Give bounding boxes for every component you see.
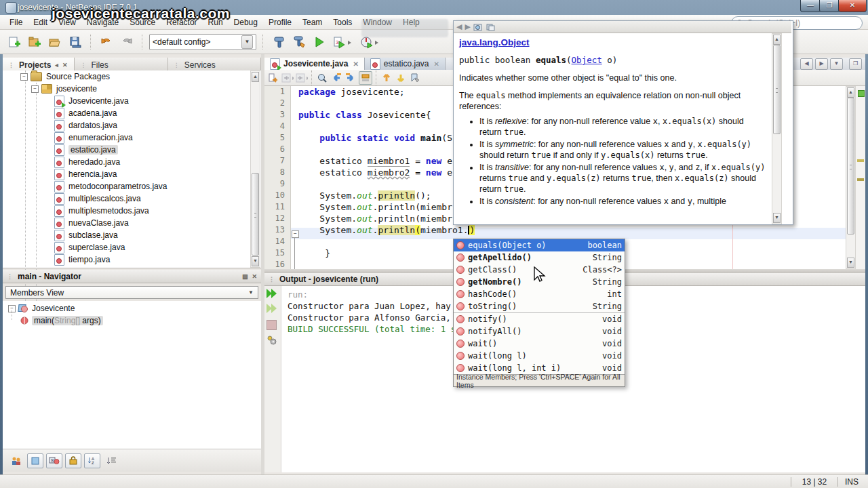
tree-row[interactable]: tiempo.java xyxy=(54,253,110,266)
float-window-icon[interactable]: ▤ xyxy=(242,273,248,280)
sort-by-source-icon[interactable] xyxy=(103,453,119,468)
close-tab-icon[interactable]: ✕ xyxy=(434,60,439,68)
javadoc-back-icon[interactable]: ◀ xyxy=(456,22,462,31)
warning-mark[interactable] xyxy=(857,178,864,181)
tab-files[interactable]: ⋮Files xyxy=(75,58,167,70)
collapse-icon[interactable]: − xyxy=(20,73,28,81)
navigator-header[interactable]: ⋮ main - Navigator ▤ ✕ xyxy=(3,270,261,283)
menu-debug[interactable]: Debug xyxy=(229,16,263,29)
ant-settings-icon[interactable] xyxy=(267,335,279,347)
tab-list-icon[interactable]: ▼ xyxy=(830,58,843,70)
scroll-down-icon[interactable]: ▼ xyxy=(773,213,781,223)
completion-item-wait-long-l[interactable]: wait(long l)void xyxy=(454,350,625,362)
show-in-browser-icon[interactable] xyxy=(473,23,483,31)
completion-item-notify[interactable]: notify()void xyxy=(454,312,625,325)
new-project-button[interactable] xyxy=(26,33,43,51)
tree-row[interactable]: heredado.java xyxy=(54,156,120,168)
completion-item-equals-object-o[interactable]: equals(Object o)boolean xyxy=(454,239,625,251)
completion-item-hashcode[interactable]: hashCode()int xyxy=(454,288,625,300)
close-panel-icon[interactable]: ✕ xyxy=(62,62,68,68)
tree-row[interactable]: estatico.java xyxy=(54,144,118,156)
projects-scrollbar[interactable]: ▲ ▼ xyxy=(250,70,260,268)
tab-services[interactable]: ⋮Services xyxy=(168,58,261,70)
next-occurrence-icon[interactable] xyxy=(344,72,357,84)
non-public-filter-icon[interactable] xyxy=(65,453,81,468)
error-stripe[interactable] xyxy=(856,86,865,269)
tab-projects[interactable]: ⋮Projects◂✕ xyxy=(3,58,75,70)
tree-row[interactable]: multiplesmetodos.java xyxy=(54,205,149,217)
sort-alpha-filter-icon[interactable]: AZ xyxy=(84,453,100,468)
close-tab-icon[interactable]: ✕ xyxy=(353,60,358,68)
tree-row[interactable]: superclase.java xyxy=(54,241,125,253)
completion-item-wait[interactable]: wait()void xyxy=(454,338,625,350)
back-icon[interactable] xyxy=(281,72,294,84)
editor-tab-estatico.java[interactable]: estatico.java✕ xyxy=(365,58,446,70)
tree-row[interactable]: enumeracion.java xyxy=(54,131,133,144)
scroll-up-icon[interactable]: ▲ xyxy=(847,87,854,98)
run-button[interactable] xyxy=(311,33,328,51)
close-panel-icon[interactable]: ✕ xyxy=(252,273,257,280)
maximize-editor-icon[interactable]: ❒ xyxy=(849,58,862,70)
warning-mark[interactable] xyxy=(857,159,864,162)
previous-occurrence-icon[interactable] xyxy=(330,72,342,84)
fields-filter-icon[interactable] xyxy=(27,453,43,468)
save-all-button[interactable] xyxy=(66,33,84,51)
new-file-button[interactable] xyxy=(5,33,23,51)
find-selection-icon[interactable] xyxy=(316,72,328,84)
minimize-panel-icon[interactable]: ◂ xyxy=(55,62,58,68)
javadoc-class-link[interactable]: java.lang.Object xyxy=(459,37,530,47)
scroll-down-icon[interactable]: ▼ xyxy=(847,258,854,268)
tree-row[interactable]: −josevicente xyxy=(31,83,97,95)
navigator-class-row[interactable]: − Josevicente xyxy=(8,302,75,314)
navigator-member-row[interactable]: main(String[] args) xyxy=(20,314,103,327)
collapse-icon[interactable]: − xyxy=(31,85,39,93)
completion-item-notifyall[interactable]: notifyAll()void xyxy=(454,325,625,338)
tree-row[interactable]: −Source Packages xyxy=(20,70,110,83)
javadoc-scrollbar-thumb[interactable] xyxy=(773,45,781,134)
undo-button[interactable] xyxy=(98,33,115,51)
menu-tools[interactable]: Tools xyxy=(328,16,357,29)
config-select[interactable]: <default config> ▼ xyxy=(149,34,256,50)
close-button[interactable]: ✕ xyxy=(838,0,867,12)
menu-profile[interactable]: Profile xyxy=(263,16,297,29)
navigator-view-select[interactable]: Members View ▼ xyxy=(5,286,258,299)
last-edit-location-icon[interactable] xyxy=(267,72,279,84)
tree-row[interactable]: multiplescalcos.java xyxy=(54,192,141,205)
inherited-members-filter-icon[interactable] xyxy=(8,453,24,468)
editor-tab-Josevicente.java[interactable]: Josevicente.java✕ xyxy=(264,58,365,70)
open-project-button[interactable] xyxy=(46,33,64,51)
projects-tree[interactable]: −Source Packages−josevicenteJosevicente.… xyxy=(3,70,261,268)
menu-team[interactable]: Team xyxy=(297,16,328,29)
scroll-up-icon[interactable]: ▲ xyxy=(773,35,781,45)
tree-row[interactable]: herencia.java xyxy=(54,168,117,180)
copy-to-clipboard-icon[interactable] xyxy=(486,23,495,31)
rerun-button[interactable] xyxy=(267,289,279,301)
chevron-down-icon[interactable]: ▼ xyxy=(241,35,253,49)
menu-edit[interactable]: Edit xyxy=(28,16,53,29)
minimize-button[interactable]: — xyxy=(800,0,821,12)
completion-item-tostring[interactable]: toString()String xyxy=(454,300,625,312)
navigator-tree[interactable]: − Josevicente main(String[] args) xyxy=(3,301,261,449)
stop-button[interactable] xyxy=(267,320,277,330)
scroll-down-icon[interactable]: ▼ xyxy=(252,256,259,266)
debug-button[interactable]: 3 xyxy=(331,33,355,51)
tree-row[interactable]: metodoconparametros.java xyxy=(54,180,167,192)
projects-scrollbar-thumb[interactable] xyxy=(252,173,259,256)
javadoc-forward-icon[interactable]: ▶ xyxy=(465,22,470,31)
menu-file[interactable]: File xyxy=(4,16,28,29)
rerun-with-args-button[interactable] xyxy=(267,304,279,316)
javadoc-type-link[interactable]: Object xyxy=(572,55,602,65)
clean-build-button[interactable] xyxy=(290,33,308,51)
static-members-filter-icon[interactable]: S xyxy=(46,453,62,468)
completion-item-getapellido[interactable]: getApellido()String xyxy=(454,251,625,264)
redo-button[interactable] xyxy=(118,33,136,51)
forward-icon[interactable] xyxy=(296,72,308,84)
tree-row[interactable]: nuevaClase.java xyxy=(54,217,129,229)
next-bookmark-icon[interactable] xyxy=(395,72,407,84)
toggle-highlight-icon[interactable] xyxy=(359,71,372,85)
javadoc-scrollbar[interactable]: ▲ ▼ xyxy=(772,33,782,224)
editor-scrollbar-thumb[interactable] xyxy=(847,98,854,235)
build-button[interactable] xyxy=(270,33,288,51)
toggle-bookmark-icon[interactable] xyxy=(409,72,421,84)
scroll-tabs-right-icon[interactable]: ▶ xyxy=(815,58,828,70)
